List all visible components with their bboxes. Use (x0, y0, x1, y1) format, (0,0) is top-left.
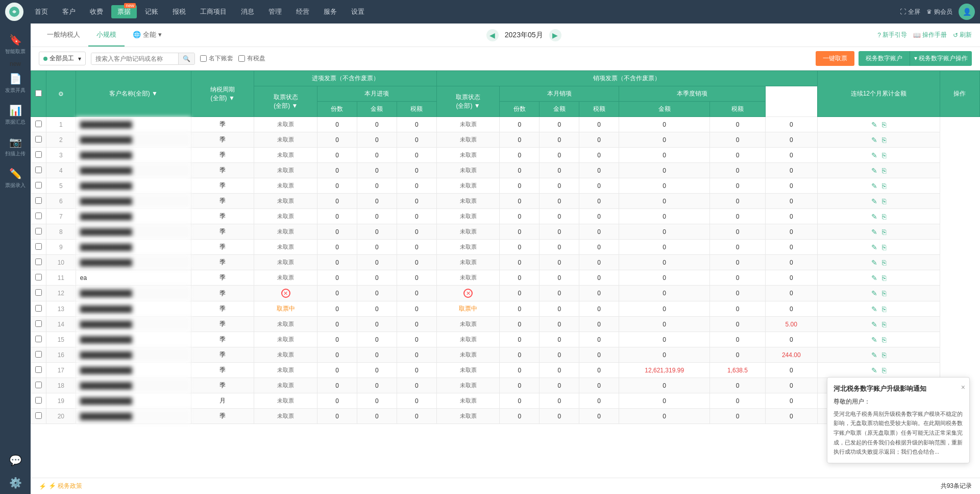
one-click-ticket-btn[interactable]: 一键取票 (816, 51, 854, 66)
copy-btn[interactable]: ⎘ (880, 243, 888, 251)
edit-btn[interactable]: ✎ (870, 336, 879, 344)
fullscreen-btn[interactable]: ⛶ 全屏 (900, 8, 920, 16)
nav-invoice[interactable]: 票据 new (111, 5, 137, 18)
row-checkbox[interactable] (35, 336, 42, 342)
edit-btn[interactable]: ✎ (870, 182, 879, 190)
customer-name-header[interactable]: 客户名称(全部) ▼ (76, 71, 191, 117)
vip-btn[interactable]: ♛ 购会员 (926, 8, 952, 16)
sidebar-item-settings[interactable]: ⚙️ (0, 472, 31, 494)
row-checkbox[interactable] (35, 182, 42, 189)
edit-btn[interactable]: ✎ (870, 320, 879, 328)
copy-btn[interactable]: ⎘ (880, 136, 888, 144)
nav-accounting[interactable]: 记账 (139, 5, 164, 18)
new-guide-btn[interactable]: ? 新手引导 (877, 31, 907, 39)
edit-btn[interactable]: ✎ (870, 258, 879, 267)
row-checkbox[interactable] (35, 305, 42, 312)
edit-btn[interactable]: ✎ (870, 351, 879, 359)
copy-btn[interactable]: ⎘ (880, 305, 888, 313)
user-avatar[interactable]: 👤 (959, 4, 975, 20)
search-input[interactable] (91, 53, 178, 64)
copy-btn[interactable]: ⎘ (880, 167, 888, 175)
sidebar-item-invoice-entry[interactable]: ✏️ 票据录入 (0, 162, 31, 194)
nav-business[interactable]: 工商项目 (194, 5, 233, 18)
nav-tax[interactable]: 报税 (166, 5, 192, 18)
edit-btn[interactable]: ✎ (870, 228, 879, 236)
copy-btn[interactable]: ⎘ (880, 320, 888, 328)
row-checkbox[interactable] (35, 167, 42, 173)
copy-btn[interactable]: ⎘ (880, 274, 888, 282)
digital-account-dropdown-btn[interactable]: ▾ 税务数字账户操作 (910, 51, 972, 66)
select-all-checkbox[interactable] (35, 90, 42, 97)
popup-close-btn[interactable]: × (961, 382, 965, 393)
row-checkbox[interactable] (35, 258, 42, 265)
search-button[interactable]: 🔍 (178, 53, 194, 64)
digital-account-btn[interactable]: 税务数字账户 (859, 51, 910, 66)
nav-management[interactable]: 管理 (262, 5, 288, 18)
row-checkbox[interactable] (35, 121, 42, 127)
edit-btn[interactable]: ✎ (870, 136, 879, 144)
sidebar-item-smart-ticket[interactable]: 🔖 智能取票 (0, 29, 31, 60)
nav-customer[interactable]: 客户 (56, 5, 82, 18)
nav-operations[interactable]: 经营 (290, 5, 315, 18)
sidebar-item-invoice-open[interactable]: 📄 发票开具 (0, 67, 31, 99)
employee-select[interactable]: 全部员工 ▾ (39, 52, 86, 65)
copy-btn[interactable]: ⎘ (880, 366, 888, 374)
edit-btn[interactable]: ✎ (870, 243, 879, 251)
copy-btn[interactable]: ⎘ (880, 151, 888, 159)
checkbox-tax-disk[interactable]: 有税盘 (238, 54, 265, 63)
next-period-btn[interactable]: ▶ (549, 29, 561, 41)
row-checkbox[interactable] (35, 151, 42, 158)
copy-btn[interactable]: ⎘ (880, 197, 888, 205)
row-checkbox[interactable] (35, 213, 42, 219)
copy-btn[interactable]: ⎘ (880, 213, 888, 221)
row-checkbox[interactable] (35, 412, 42, 419)
sidebar-item-chat[interactable]: 💬 (0, 449, 31, 472)
refresh-btn[interactable]: ↺ 刷新 (953, 31, 972, 39)
copy-btn[interactable]: ⎘ (880, 351, 888, 359)
row-checkbox[interactable] (35, 243, 42, 250)
prev-period-btn[interactable]: ◀ (486, 29, 499, 41)
row-checkbox[interactable] (35, 289, 42, 296)
row-checkbox[interactable] (35, 382, 42, 388)
nav-settings[interactable]: 设置 (345, 5, 371, 18)
row-checkbox[interactable] (35, 351, 42, 358)
copy-btn[interactable]: ⎘ (880, 258, 888, 267)
row-checkbox[interactable] (35, 397, 42, 404)
tax-period-header[interactable]: 纳税周期(全部) ▼ (191, 71, 254, 117)
account-checkbox[interactable] (200, 55, 207, 62)
copy-btn[interactable]: ⎘ (880, 121, 888, 129)
row-checkbox[interactable] (35, 320, 42, 327)
out-status-header[interactable]: 取票状态(全部) ▼ (436, 86, 500, 117)
copy-btn[interactable]: ⎘ (880, 289, 888, 297)
checkbox-account[interactable]: 名下账套 (200, 54, 233, 63)
row-checkbox[interactable] (35, 274, 42, 280)
policy-link[interactable]: ⚡ ⚡ 税务政策 (39, 482, 82, 490)
edit-btn[interactable]: ✎ (870, 197, 879, 205)
tab-general-taxpayer[interactable]: 一般纳税人 (39, 24, 88, 46)
edit-btn[interactable]: ✎ (870, 289, 879, 297)
row-checkbox[interactable] (35, 228, 42, 234)
edit-btn[interactable]: ✎ (870, 167, 879, 175)
tab-all[interactable]: 🌐 全能 ▾ (125, 24, 170, 46)
row-checkbox[interactable] (35, 136, 42, 143)
nav-billing[interactable]: 收费 (84, 5, 109, 18)
row-checkbox[interactable] (35, 197, 42, 204)
tax-disk-checkbox[interactable] (238, 55, 245, 62)
edit-btn[interactable]: ✎ (870, 274, 879, 282)
nav-messages[interactable]: 消息 (235, 5, 260, 18)
edit-btn[interactable]: ✎ (870, 366, 879, 374)
tab-small-scale[interactable]: 小规模 (88, 24, 125, 46)
edit-btn[interactable]: ✎ (870, 305, 879, 313)
in-status-header[interactable]: 取票状态(全部) ▼ (254, 86, 317, 117)
copy-btn[interactable]: ⎘ (880, 336, 888, 344)
sidebar-item-invoice-summary[interactable]: 📊 票据汇总 (0, 99, 31, 131)
copy-btn[interactable]: ⎘ (880, 228, 888, 236)
nav-services[interactable]: 服务 (317, 5, 343, 18)
manual-btn[interactable]: 📖 操作手册 (913, 31, 947, 39)
copy-btn[interactable]: ⎘ (880, 182, 888, 190)
edit-btn[interactable]: ✎ (870, 151, 879, 159)
edit-btn[interactable]: ✎ (870, 213, 879, 221)
nav-home[interactable]: 首页 (29, 5, 54, 18)
edit-btn[interactable]: ✎ (870, 121, 879, 129)
row-checkbox[interactable] (35, 366, 42, 373)
